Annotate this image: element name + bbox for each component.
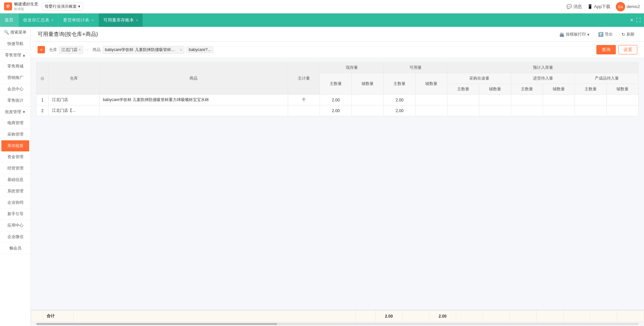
col-purchase-aux-header: 辅数量 xyxy=(479,84,511,95)
filter-expand-button[interactable]: » xyxy=(38,46,45,53)
footer-arrival-aux xyxy=(564,311,590,322)
message-label: 消息 xyxy=(573,4,582,10)
col-production-header: 产成品待入量 xyxy=(575,73,639,84)
tab-available-inventory[interactable]: 可用量库存账本 × xyxy=(99,13,143,27)
row-purchase-main xyxy=(447,105,479,116)
row-warehouse: 江北门店 xyxy=(49,95,100,105)
warehouse-filter-label: 仓库 xyxy=(49,47,57,53)
col-stock-main-header: 主数量 xyxy=(320,73,352,95)
refresh-button[interactable]: ↻ 刷新 xyxy=(619,31,637,38)
warehouse-tag-value: 江北门店 xyxy=(61,47,77,53)
row-purchase-main xyxy=(447,95,479,105)
sidebar: 🔍 搜索菜单 快捷导航 零售管理 ▲ 零售商城 营销推广 会员中心 零售统计 批… xyxy=(0,27,31,326)
product-filter-label: 商品 xyxy=(93,47,101,53)
main-layout: 🔍 搜索菜单 快捷导航 零售管理 ▲ 零售商城 营销推广 会员中心 零售统计 批… xyxy=(0,27,644,326)
tab-label: 可用量库存账本 xyxy=(103,17,134,23)
tab-close-icon[interactable]: × xyxy=(51,18,53,22)
col-production-aux-header: 辅数量 xyxy=(606,84,638,95)
col-available-header: 可用量 xyxy=(384,62,447,73)
row-arrival-main xyxy=(511,95,543,105)
sidebar-item-basics[interactable]: 基础信息 xyxy=(0,174,31,186)
top-bar-left: 好 畅捷通好生意 标准版 母婴行业演示账套 ▾ xyxy=(4,2,83,11)
row-production-main xyxy=(575,95,607,105)
data-table: ⚙ 仓库 商品 主计量 现存量 可用量 预计入库量 主数量 辅数量 主数量 辅数… xyxy=(36,62,639,116)
message-button[interactable]: 💬 消息 xyxy=(567,4,582,10)
search-icon: 🔍 xyxy=(4,30,9,35)
table-settings-header: ⚙ xyxy=(37,62,49,95)
close-all-icon[interactable]: × xyxy=(630,17,633,23)
sidebar-search[interactable]: 🔍 搜索菜单 xyxy=(0,27,31,38)
col-arrival-header: 进货待入量 xyxy=(511,73,575,84)
content-area: 可用量查询(按仓库+商品) 🖨️ 按模板打印 ▾ ⬆️ 导出 ↻ 刷新 xyxy=(31,27,644,326)
sidebar-item-corpwechat[interactable]: 企业微信 xyxy=(0,231,31,243)
industry-selector[interactable]: 母婴行业演示账套 ▾ xyxy=(42,3,83,10)
product-tag-1[interactable]: babycare学饮杯 儿童防摔防撞吸管杯重力球吸嘴杯宝宝水杯 × xyxy=(103,46,184,54)
tab-home[interactable]: 首页 xyxy=(0,13,18,27)
settings-button[interactable]: 设置 xyxy=(619,45,637,54)
col-stock-aux-header: 辅数量 xyxy=(352,73,384,95)
sidebar-item-members[interactable]: 会员中心 xyxy=(0,84,31,95)
table-container: ⚙ 仓库 商品 主计量 现存量 可用量 预计入库量 主数量 辅数量 主数量 辅数… xyxy=(31,58,644,310)
tab-close-icon[interactable]: × xyxy=(136,18,138,22)
tab-close-icon[interactable]: × xyxy=(91,18,93,22)
download-button[interactable]: 📱 App下载 xyxy=(587,4,610,10)
row-arrival-main xyxy=(511,105,543,116)
footer-label: 合计 xyxy=(43,311,73,322)
sidebar-item-enterprise[interactable]: 企业协同 xyxy=(0,197,31,208)
tab-receivable-summary[interactable]: 收发存汇总表 × xyxy=(18,13,58,27)
row-unit: 个 xyxy=(288,95,320,105)
page-title: 可用量查询(按仓库+商品) xyxy=(38,31,98,38)
filter-actions: 查询 设置 xyxy=(596,45,637,54)
sidebar-item-retail-shop[interactable]: 零售商城 xyxy=(0,61,31,72)
sidebar-item-quicknav[interactable]: 快捷导航 xyxy=(0,38,31,50)
sidebar-item-inventory[interactable]: 库存核算 xyxy=(1,140,29,151)
table-row: 2 江北门店【... 2.00 2.00 xyxy=(37,105,639,116)
row-stock-main: 2.00 xyxy=(320,105,352,116)
row-production-main xyxy=(575,105,607,116)
scroll-thumb[interactable] xyxy=(36,323,277,325)
user-button[interactable]: Ea demo2 xyxy=(616,2,640,11)
tab-order-stats[interactable]: 要货单统计表 × xyxy=(58,13,98,27)
sidebar-item-operations[interactable]: 经营管理 xyxy=(0,163,31,174)
sidebar-item-newguide[interactable]: 新手引导 xyxy=(0,208,31,220)
query-button[interactable]: 查询 xyxy=(596,45,616,54)
footer-product-empty xyxy=(73,311,356,322)
col-warehouse-header: 仓库 xyxy=(49,62,100,95)
message-icon: 💬 xyxy=(567,4,572,9)
avatar: Ea xyxy=(616,2,625,11)
row-production-aux xyxy=(606,95,638,105)
row-product: babycare学饮杯 儿童防摔防撞吸管杯重力球吸嘴杯宝宝水杯 xyxy=(99,95,288,105)
row-unit xyxy=(288,105,320,116)
tab-home-label: 首页 xyxy=(5,17,13,23)
sidebar-item-retail-stats[interactable]: 零售统计 xyxy=(0,95,31,106)
sidebar-item-vip[interactable]: 畅会员 xyxy=(0,243,31,254)
logo-area: 好 畅捷通好生意 标准版 xyxy=(4,2,38,11)
print-button[interactable]: 🖨️ 按模板打印 ▾ xyxy=(556,31,592,38)
maximize-icon[interactable]: ⛶ xyxy=(636,17,641,23)
sidebar-item-marketing[interactable]: 营销推广 xyxy=(0,72,31,84)
sidebar-item-system[interactable]: 系统管理 xyxy=(0,186,31,197)
sidebar-item-wholesale[interactable]: 批发管理 ▼ xyxy=(0,106,31,118)
col-stock-header: 现存量 xyxy=(320,62,384,73)
product-tag-2[interactable]: babycare?... xyxy=(186,46,213,53)
footer-avail-aux xyxy=(456,311,483,322)
sidebar-item-appcenter[interactable]: 应用中心 xyxy=(0,220,31,231)
table-gear-icon[interactable]: ⚙ xyxy=(40,76,45,81)
sidebar-item-finance[interactable]: 资金管理 xyxy=(0,151,31,163)
warehouse-ellipsis[interactable]: ··· xyxy=(85,47,89,52)
logo-icon: 好 xyxy=(4,2,12,10)
sidebar-item-retail[interactable]: 零售管理 ▲ xyxy=(0,50,31,61)
row-avail-main: 2.00 xyxy=(384,95,416,105)
export-button[interactable]: ⬆️ 导出 xyxy=(595,31,615,38)
sidebar-item-purchase[interactable]: 采购管理 xyxy=(0,129,31,140)
row-production-aux xyxy=(606,105,638,116)
remove-warehouse-icon[interactable]: × xyxy=(79,48,81,52)
warehouse-tag[interactable]: 江北门店 × xyxy=(59,46,83,54)
row-avail-aux xyxy=(416,105,447,116)
sidebar-item-ecommerce[interactable]: 电商管理 xyxy=(0,118,31,129)
remove-product-1-icon[interactable]: × xyxy=(180,48,182,52)
row-avail-aux xyxy=(416,95,447,105)
scroll-track xyxy=(36,323,639,325)
col-production-main-header: 主数量 xyxy=(575,84,607,95)
footer-avail-main: 2.00 xyxy=(429,311,456,322)
